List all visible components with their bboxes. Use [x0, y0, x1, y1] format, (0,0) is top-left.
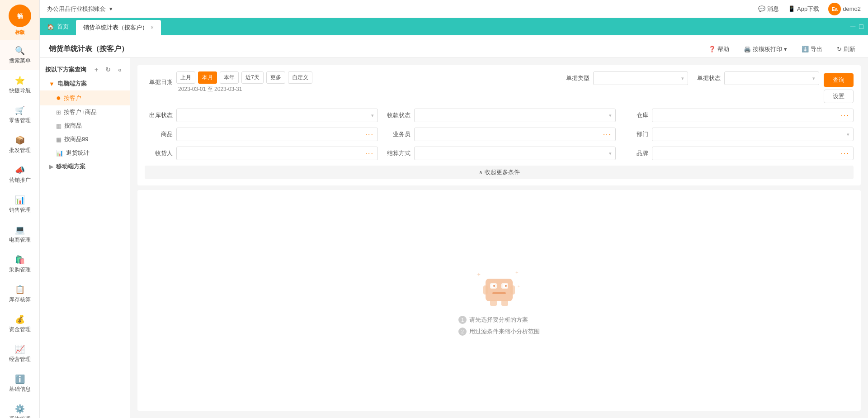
wholesale-icon: 📦 — [15, 135, 25, 145]
svg-text:✦: ✦ — [515, 270, 519, 275]
department-select[interactable]: ▾ — [652, 128, 854, 141]
receipt-status-dropdown-icon: ▾ — [609, 113, 612, 119]
sidebar-item-label: 基础信息 — [9, 385, 31, 393]
add-icon: + — [94, 66, 98, 73]
sidebar-item-system[interactable]: ⚙️ 系统管理 — [0, 399, 39, 418]
app-download-label: App下载 — [797, 5, 819, 13]
receiver-input[interactable]: ··· — [176, 147, 378, 160]
svg-text:✦: ✦ — [476, 271, 481, 278]
sidebar-item-inventory[interactable]: 📋 库存核算 — [0, 279, 39, 309]
print-icon: 🖨️ — [744, 46, 751, 52]
order-status-dropdown-icon: ▾ — [812, 76, 815, 81]
user-name-label: demo2 — [843, 5, 861, 12]
tree-child-by-goods[interactable]: ▦ 按商品 — [40, 119, 130, 133]
brand-input[interactable]: ··· — [652, 147, 854, 160]
collapse-more-btn[interactable]: ∧ 收起更多条件 — [145, 166, 854, 179]
step-1: 1 — [458, 316, 467, 324]
tab-active[interactable]: 销货单统计表（按客户） × — [76, 20, 161, 35]
date-btn-this-year[interactable]: 本年 — [220, 71, 239, 84]
settings-button[interactable]: 设置 — [824, 90, 854, 103]
help-icon: ❓ — [708, 46, 716, 52]
sidebar-item-sales[interactable]: 📊 销售管理 — [0, 190, 39, 219]
date-btn-more[interactable]: 更多 — [266, 71, 285, 84]
empty-state: ✦ ✦ ✦ 1 请先选择要分析的方案 2 — [137, 190, 861, 411]
avatar: Ea — [828, 3, 841, 15]
export-icon: ⬇️ — [802, 46, 809, 52]
tab-minimize-btn[interactable]: ─ — [850, 23, 855, 31]
svg-rect-7 — [510, 285, 515, 294]
tab-home[interactable]: 🏠 首页 — [40, 18, 76, 35]
sidebar-item-label: 营销推广 — [9, 176, 31, 184]
out-status-select[interactable]: ▾ — [176, 109, 378, 122]
sidebar-item-retail[interactable]: 🛒 零售管理 — [0, 100, 39, 130]
industry-dropdown-icon[interactable]: ▾ — [109, 5, 113, 12]
tree-node-mobile[interactable]: ▶ 移动端方案 — [40, 160, 130, 173]
user-profile-btn[interactable]: Ea demo2 — [828, 3, 861, 15]
sidebar-item-purchase[interactable]: 🛍️ 采购管理 — [0, 249, 39, 279]
goods-input[interactable]: ··· — [176, 128, 378, 141]
grid-icon: ⊞ — [56, 109, 61, 116]
tree-child-by-customer-goods[interactable]: ⊞ 按客户+商品 — [40, 105, 130, 119]
warehouse-input[interactable]: ··· — [652, 109, 854, 122]
logo-icon[interactable]: 畅 — [9, 5, 31, 27]
refresh-btn[interactable]: ↻ 刷新 — [833, 43, 859, 55]
panel-refresh-btn[interactable]: ↻ — [104, 65, 113, 74]
payment-method-select[interactable]: ▾ — [414, 147, 616, 160]
sales-icon: 📊 — [15, 195, 25, 205]
sidebar-item-label: 搜索菜单 — [9, 57, 31, 65]
date-btn-last-month[interactable]: 上月 — [176, 71, 195, 84]
sidebar-item-search[interactable]: 🔍 搜索菜单 — [0, 40, 39, 70]
industry-label[interactable]: 办公用品行业模拟账套 — [47, 5, 106, 13]
panel-add-btn[interactable]: + — [92, 65, 101, 74]
table-icon: ▦ — [56, 123, 61, 129]
message-btn[interactable]: 💬 消息 — [758, 5, 779, 13]
tab-maximize-btn[interactable]: □ — [859, 23, 863, 31]
export-label: 导出 — [811, 45, 822, 53]
order-type-select[interactable]: ▾ — [593, 71, 688, 85]
app-download-btn[interactable]: 📱 App下载 — [788, 5, 819, 13]
date-filter-label: 单据日期 — [145, 78, 176, 86]
date-button-group: 上月 本月 本年 近7天 更多 自定义 — [176, 71, 312, 84]
sidebar-item-operations[interactable]: 📈 经营管理 — [0, 339, 39, 369]
svg-rect-6 — [483, 285, 488, 294]
date-range-display: 2023-03-01 至 2023-03-31 — [178, 86, 312, 93]
print-btn[interactable]: 🖨️ 按模板打印 ▾ — [740, 43, 791, 55]
receipt-status-select[interactable]: ▾ — [414, 109, 616, 122]
tree-child-by-customer[interactable]: ● 按客户 — [40, 90, 130, 105]
sidebar-item-ecommerce[interactable]: 💻 电商管理 — [0, 219, 39, 249]
date-btn-7days[interactable]: 近7天 — [241, 71, 264, 84]
ecommerce-icon: 💻 — [15, 225, 25, 235]
help-btn[interactable]: ❓ 帮助 — [705, 43, 733, 55]
sidebar-item-finance[interactable]: 💰 资金管理 — [0, 309, 39, 339]
tree-child-by-goods99[interactable]: ▦ 按商品99 — [40, 133, 130, 146]
page-header: 销货单统计表（按客户） ❓ 帮助 🖨️ 按模板打印 ▾ ⬇️ 导出 — [40, 35, 868, 58]
payment-dropdown-icon: ▾ — [609, 151, 612, 157]
purchase-icon: 🛍️ — [15, 255, 25, 265]
tree-toggle-icon: ▼ — [49, 81, 55, 87]
sidebar-item-wholesale[interactable]: 📦 批发管理 — [0, 130, 39, 160]
home-icon: 🏠 — [47, 24, 54, 30]
sidebar-item-marketing[interactable]: 📣 营销推广 — [0, 160, 39, 190]
page-title: 销货单统计表（按客户） — [49, 44, 128, 54]
tree-child-return-stats[interactable]: 📊 退货统计 — [40, 146, 130, 160]
app-download-icon: 📱 — [788, 5, 795, 12]
sidebar-item-label: 系统管理 — [9, 415, 31, 418]
panel-collapse-btn[interactable]: « — [115, 65, 124, 74]
top-bar: 办公用品行业模拟账套 ▾ 💬 消息 📱 App下载 Ea demo2 — [40, 0, 868, 18]
svg-rect-5 — [492, 292, 506, 294]
sidebar-item-shortcut[interactable]: ⭐ 快捷导航 — [0, 70, 39, 100]
sidebar-item-basic[interactable]: ℹ️ 基础信息 — [0, 369, 39, 399]
export-btn[interactable]: ⬇️ 导出 — [798, 43, 826, 55]
tree-node-desktop[interactable]: ▼ 电脑端方案 — [40, 77, 130, 90]
tab-close-btn[interactable]: × — [151, 24, 154, 31]
date-btn-this-month[interactable]: 本月 — [198, 71, 217, 84]
operations-icon: 📈 — [15, 344, 25, 354]
tab-bar: 🏠 首页 销货单统计表（按客户） × ─ □ — [40, 18, 868, 35]
query-button[interactable]: 查询 — [824, 73, 854, 87]
order-status-select[interactable]: ▾ — [724, 71, 819, 85]
hint1-label: 请先选择要分析的方案 — [469, 316, 528, 324]
tree-node-label2: 移动端方案 — [56, 162, 85, 171]
date-btn-custom[interactable]: 自定义 — [288, 71, 312, 84]
system-icon: ⚙️ — [15, 404, 25, 414]
salesperson-input[interactable]: ··· — [414, 128, 616, 141]
